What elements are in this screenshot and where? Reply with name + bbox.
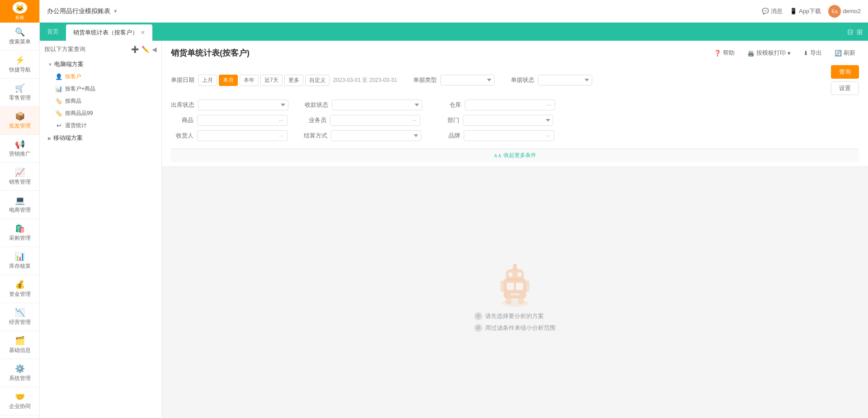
sidebar-label-retail: 零售管理 xyxy=(9,95,31,101)
scheme-item-by-customer[interactable]: 👤 按客户 xyxy=(52,71,157,83)
date-label: 单据日期 xyxy=(171,76,194,84)
scheme-item-by-product[interactable]: 🏷️ 按商品 xyxy=(52,95,157,107)
edit-scheme-btn[interactable]: ✏️ xyxy=(142,46,149,53)
help-btn[interactable]: ❓ 帮助 xyxy=(710,47,738,59)
scheme-desktop-title[interactable]: ▼ 电脑端方案 xyxy=(44,58,157,71)
header-dropdown-icon[interactable]: ▾ xyxy=(114,8,117,14)
tab-close-icon[interactable]: ✕ xyxy=(141,29,145,36)
tab-minimize-icon[interactable]: ⊟ xyxy=(847,28,853,36)
corp-icon: 🤝 xyxy=(2,392,38,402)
collapse-up-icon: ∧∧ xyxy=(494,152,502,159)
sidebar-item-sales[interactable]: 📈 销售管理 xyxy=(0,163,39,191)
hint-item-2: ② 用过滤条件来缩小分析范围 xyxy=(474,324,556,332)
scheme-desktop-items: 👤 按客户 📊 按客户+商品 🏷️ 按商品 🏷️ 按商品品99 xyxy=(44,71,157,132)
warehouse-input[interactable]: ··· xyxy=(465,100,555,110)
hint-item-1: ① 请先选择要分析的方案 xyxy=(474,312,556,320)
brand-label: 品牌 xyxy=(438,132,460,140)
salesperson-input[interactable]: ··· xyxy=(330,115,420,126)
payment-select[interactable] xyxy=(331,130,421,141)
left-panel: 按以下方案查询 ➕ ✏️ ◀ ▼ 电脑端方案 👤 按客户 xyxy=(40,41,162,418)
department-label: 部门 xyxy=(437,116,459,124)
tab-actions: ⊟ ⊞ xyxy=(847,28,868,36)
filter-collect-status: 收款状态 xyxy=(305,100,422,110)
sidebar-item-ecom[interactable]: 💻 电商管理 xyxy=(0,191,39,219)
logo: 🐱 标账 xyxy=(0,0,39,23)
sidebar-item-purchase[interactable]: 🛍️ 采购管理 xyxy=(0,219,39,247)
scheme-item-by-product-99[interactable]: 🏷️ 按商品品99 xyxy=(52,107,157,119)
doc-status-select[interactable] xyxy=(538,75,592,86)
tab-sales-report[interactable]: 销货单统计表（按客户） ✕ xyxy=(66,24,152,41)
tab-home[interactable]: 首页 xyxy=(40,23,66,41)
brand-input[interactable]: ··· xyxy=(464,130,554,141)
department-select[interactable] xyxy=(463,115,553,126)
search-icon: 🔍 xyxy=(2,27,38,37)
sidebar-item-wholesale[interactable]: 📦 批发管理 xyxy=(0,107,39,135)
sidebar-menu: 🔍 搜索菜单 ⚡ 快捷导航 🛒 零售管理 📦 批发管理 📢 营销推广 📈 销售管… xyxy=(0,23,39,418)
sidebar-label-inventory: 库存核算 xyxy=(9,263,31,269)
top-header: 办公用品行业模拟账表 ▾ 💬 消息 📱 App下载 Ea demo2 xyxy=(40,0,868,23)
receiver-more-icon: ··· xyxy=(279,133,283,139)
username: demo2 xyxy=(843,8,861,14)
scheme-item-returns[interactable]: ↩ 退货统计 xyxy=(52,119,157,132)
app-download-btn[interactable]: 📱 App下载 xyxy=(790,7,821,15)
left-panel-header: 按以下方案查询 ➕ ✏️ ◀ xyxy=(44,45,157,53)
collect-status-select[interactable] xyxy=(332,100,422,110)
settings-btn[interactable]: 设置 xyxy=(831,81,859,95)
right-content: 销货单统计表(按客户) ❓ 帮助 🖨️ 按模板打印 ▾ ⬇ xyxy=(162,41,868,418)
export-label: 导出 xyxy=(810,49,822,57)
collapse-filters-btn[interactable]: ∧∧ 收起更多条件 xyxy=(171,148,859,162)
template-print-btn[interactable]: 🖨️ 按模板打印 ▾ xyxy=(744,47,794,59)
date-btn-this-year[interactable]: 本年 xyxy=(240,75,259,86)
empty-state: ① 请先选择要分析的方案 ② 用过滤条件来缩小分析范围 xyxy=(162,167,868,418)
sidebar-item-search[interactable]: 🔍 搜索菜单 xyxy=(0,23,39,51)
hint-text-2: 用过滤条件来缩小分析范围 xyxy=(485,324,556,332)
out-status-select[interactable] xyxy=(198,100,288,110)
sidebar-item-inventory[interactable]: 📊 库存核算 xyxy=(0,247,39,275)
logo-cat-icon: 🐱 xyxy=(15,4,24,12)
scheme-item-label-by-product: 按商品 xyxy=(65,97,81,105)
scheme-item-by-customer-product[interactable]: 📊 按客户+商品 xyxy=(52,83,157,95)
sidebar-label-system: 系统管理 xyxy=(9,375,31,381)
out-status-label: 出库状态 xyxy=(171,101,194,109)
sales-icon: 📈 xyxy=(2,167,38,177)
tab-maximize-icon[interactable]: ⊞ xyxy=(857,28,863,36)
doc-type-select[interactable] xyxy=(440,75,495,86)
refresh-btn[interactable]: 🔄 刷新 xyxy=(831,47,859,59)
export-btn[interactable]: ⬇ 导出 xyxy=(800,47,826,59)
collapse-panel-btn[interactable]: ◀ xyxy=(152,46,157,53)
sidebar-item-quick-nav[interactable]: ⚡ 快捷导航 xyxy=(0,51,39,79)
logo-icon: 🐱 xyxy=(13,2,27,14)
sidebar-item-retail[interactable]: 🛒 零售管理 xyxy=(0,79,39,107)
scheme-mobile-title[interactable]: ▶ 移动端方案 xyxy=(44,132,157,144)
sidebar-item-basic[interactable]: 🗂️ 基础信息 xyxy=(0,331,39,359)
svg-rect-8 xyxy=(513,267,517,271)
message-btn[interactable]: 💬 消息 xyxy=(762,7,783,15)
sidebar-label-search: 搜索菜单 xyxy=(9,38,31,45)
date-btn-this-month[interactable]: 本月 xyxy=(219,75,238,86)
page-actions: ❓ 帮助 🖨️ 按模板打印 ▾ ⬇ 导出 🔄 xyxy=(710,47,859,59)
add-scheme-btn[interactable]: ➕ xyxy=(131,46,139,53)
page-content: 按以下方案查询 ➕ ✏️ ◀ ▼ 电脑端方案 👤 按客户 xyxy=(40,41,868,418)
sidebar-item-operations[interactable]: 📉 经营管理 xyxy=(0,303,39,331)
query-btn[interactable]: 查询 xyxy=(831,65,859,79)
date-btn-custom[interactable]: 自定义 xyxy=(305,75,330,86)
sidebar-item-marketing[interactable]: 📢 营销推广 xyxy=(0,135,39,163)
sidebar-item-corp[interactable]: 🤝 企业协同 xyxy=(0,387,39,415)
ecom-icon: 💻 xyxy=(2,195,38,205)
sidebar-item-finance[interactable]: 💰 资金管理 xyxy=(0,275,39,303)
salesperson-more-icon: ··· xyxy=(412,117,416,124)
receiver-input[interactable]: ··· xyxy=(197,130,288,141)
product-input[interactable]: ··· xyxy=(197,115,288,126)
user-profile[interactable]: Ea demo2 xyxy=(828,5,861,18)
date-btn-7days[interactable]: 近7天 xyxy=(260,75,283,86)
filter-warehouse: 仓库 ··· xyxy=(439,100,555,110)
sidebar-item-newbie[interactable]: 🎯 新手引导 xyxy=(0,415,39,418)
sidebar-item-system[interactable]: ⚙️ 系统管理 xyxy=(0,359,39,387)
page-header: 销货单统计表(按客户) ❓ 帮助 🖨️ 按模板打印 ▾ ⬇ xyxy=(162,41,868,167)
hint-text-1: 请先选择要分析的方案 xyxy=(485,312,544,320)
date-btn-last-month[interactable]: 上月 xyxy=(198,75,217,86)
header-title: 办公用品行业模拟账表 xyxy=(47,7,110,15)
date-btn-more[interactable]: 更多 xyxy=(284,75,303,86)
export-icon: ⬇ xyxy=(803,50,808,57)
scheme-item-label-by-customer: 按客户 xyxy=(65,73,81,81)
